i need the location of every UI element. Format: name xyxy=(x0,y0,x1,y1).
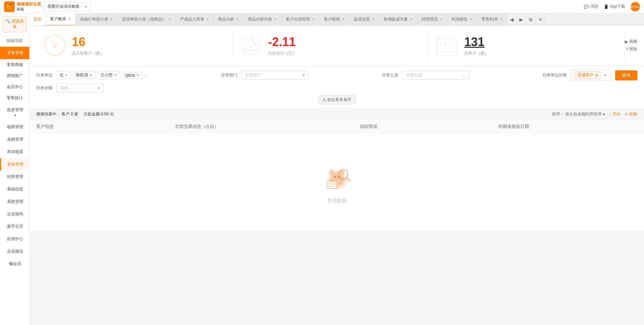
tab-customer-tier[interactable]: 客户分层经营 ✕ xyxy=(282,13,320,26)
sidebar-item-app-center[interactable]: 应用中心 xyxy=(0,233,29,245)
tab-label: 利润报告 xyxy=(452,16,468,22)
col-header-label: 欠款交易信息（占比） xyxy=(175,124,219,129)
sidebar-item-vip[interactable]: 畅会员 xyxy=(0,258,29,270)
sidebar-item-retail-mall[interactable]: 零售商城 xyxy=(0,59,29,70)
tag-remove-chen[interactable]: ✕ xyxy=(89,73,92,77)
filter-tag-chen: 陈民强 ✕ xyxy=(73,71,95,79)
svg-line-17 xyxy=(346,178,350,181)
tab-retail-profit[interactable]: 零售利润 ✕ xyxy=(477,13,507,26)
sidebar-item-inventory[interactable]: 库存核算 xyxy=(0,146,29,158)
tag-remove-category[interactable]: ✕ xyxy=(595,73,598,78)
tab-nav-next[interactable]: ▶ xyxy=(517,13,526,26)
tab-purchase-stats-by-product[interactable]: 进货单统计表（按商品） ✕ xyxy=(118,13,176,26)
tab-close-icon[interactable]: ✕ xyxy=(341,17,345,21)
help-button[interactable]: ? 帮助 xyxy=(626,46,637,52)
sort-value: 按欠款金额到序排序 xyxy=(565,111,602,117)
filter-area: 往来单位 伍 ✕ 陈民强 ✕ 王小亮 xyxy=(30,66,644,109)
sidebar-item-batch-mgmt[interactable]: 批发管理 ▾ xyxy=(0,104,29,121)
sidebar-item-basic-info[interactable]: 基础信息 xyxy=(0,183,29,195)
tab-close-icon[interactable]: ✕ xyxy=(206,17,210,21)
sidebar-item-label: 零售商城 xyxy=(7,62,23,67)
tab-finished-goods[interactable]: 产成品入库单 ✕ xyxy=(176,13,214,26)
refresh-button[interactable]: ↻ 刷新 xyxy=(625,111,637,117)
logo-main-text: 畅捷通好生意 xyxy=(17,2,41,7)
tab-close-icon[interactable]: ✕ xyxy=(469,17,473,21)
tab-customer-ledger[interactable]: 客户账本 ✕ xyxy=(46,13,76,26)
tab-commission-settings[interactable]: 提成设置 ✕ xyxy=(350,13,380,26)
store-selector[interactable]: 母婴行业演示账套 ▾ xyxy=(44,2,91,11)
svg-text:¥: ¥ xyxy=(52,40,57,51)
tab-close-icon[interactable]: ✕ xyxy=(371,17,375,21)
sidebar-item-member[interactable]: 会员中心 xyxy=(0,81,29,93)
stat-label-total-clients: 总客户（家） xyxy=(464,50,488,56)
search-menu-button[interactable]: 🔍 搜索菜单 xyxy=(3,16,27,32)
sidebar-item-enterprise[interactable]: 企业协同 xyxy=(0,208,29,220)
empty-icon xyxy=(320,160,354,194)
sidebar-item-marketing[interactable]: 营销推广 xyxy=(0,70,29,81)
balance-filter-input[interactable]: 选择... ▾ xyxy=(56,83,103,93)
dept-placeholder: 分管部门 xyxy=(245,72,301,78)
unit-filter-more[interactable]: ... xyxy=(144,73,148,78)
tab-close-icon[interactable]: ✕ xyxy=(311,17,315,21)
results-info: 搜索结果中， 客户 0 家 欠款金额 0.00 元 xyxy=(36,111,114,117)
stat-label-customers: 总欠款客户（家） xyxy=(72,50,104,56)
tab-purchase-order-stats[interactable]: 采购订单统计表 ✕ xyxy=(76,13,118,26)
unit-category-filter-select[interactable]: 普通客户 ✕ ▾ xyxy=(571,70,611,81)
sidebar-item-label: 新手引导 xyxy=(2,224,28,229)
sidebar-item-sys-mgmt[interactable]: 系统管理 xyxy=(0,195,29,208)
query-button[interactable]: 查询 xyxy=(615,70,637,80)
svg-point-12 xyxy=(329,170,335,176)
avatar[interactable]: demo2 xyxy=(631,2,640,11)
sidebar-item-retail-stats[interactable]: 零售统计 xyxy=(0,93,29,104)
col-header-customer-info: 客户信息 xyxy=(36,123,175,130)
sidebar-item-finance[interactable]: 资金管理 xyxy=(0,158,29,171)
tab-product-analysis-list[interactable]: 商品分析列表 ✕ xyxy=(244,13,282,26)
tab-close-icon[interactable]: ✕ xyxy=(409,17,413,21)
export-button[interactable]: ↑ 导出 xyxy=(609,111,620,117)
tab-close-icon[interactable]: ✕ xyxy=(499,17,503,21)
tab-expand-button[interactable]: ⊞ xyxy=(526,13,536,26)
tab-customer-contact[interactable]: 客户联络 ✕ xyxy=(320,13,350,26)
dept-filter-select[interactable]: 分管部门 ▾ xyxy=(241,71,308,80)
tab-close-all-button[interactable]: ✕ xyxy=(536,13,546,26)
stat-info-total-clients: 131 总客户（家） xyxy=(464,35,488,56)
tab-operations[interactable]: 经营情况 ✕ xyxy=(418,13,447,26)
search-menu-label: 搜索菜单 xyxy=(12,19,24,29)
video-help-button[interactable]: ▶ 视频 xyxy=(625,39,637,44)
app-download-button[interactable]: 📱 App下载 xyxy=(604,4,625,9)
tab-home[interactable]: 首页 xyxy=(30,13,46,26)
tab-profit-report[interactable]: 利润报告 ✕ xyxy=(447,13,477,26)
tab-close-icon[interactable]: ✕ xyxy=(68,17,72,21)
tab-close-icon[interactable]: ✕ xyxy=(110,17,114,21)
col-header-label: 到期未收款日期 xyxy=(499,124,529,129)
collapse-button[interactable]: ⋀ 收起更多条件 xyxy=(318,95,356,104)
help-label: 帮助 xyxy=(629,46,637,52)
sort-select[interactable]: 排序： 按欠款金额到序排序 ▾ xyxy=(552,111,605,117)
tab-product-analysis[interactable]: 商品分析 ✕ xyxy=(214,13,244,26)
sidebar-item-operations[interactable]: 经营管理 xyxy=(0,171,29,183)
sidebar-item-purchase[interactable]: 采购管理 xyxy=(0,133,29,146)
message-button[interactable]: 💬 消息 xyxy=(584,4,598,9)
sidebar-item-label: 经营管理 xyxy=(2,174,28,180)
tab-label: 客户账本 xyxy=(50,16,66,22)
tag-remove-wu[interactable]: ✕ xyxy=(65,73,68,77)
tag-remove-cjttcw[interactable]: ✕ xyxy=(136,73,139,77)
sidebar-item-label: 基础信息 xyxy=(2,186,28,192)
top-bar: 🍊 畅捷通好生意 标版 母婴行业演示账套 ▾ 💬 消息 📱 App下载 d xyxy=(0,0,644,13)
quick-nav-label: 快捷导航 xyxy=(1,38,28,44)
sidebar-item-retail-mgmt[interactable]: 零售管理 xyxy=(0,47,29,59)
content-area: 首页 客户账本 ✕ 采购订单统计表 ✕ 进货单统计表（按商品） ✕ 产成品入库单… xyxy=(30,13,644,325)
quick-nav-button[interactable]: 快捷导航 xyxy=(0,35,29,47)
tab-nav-prev[interactable]: ◀ xyxy=(507,13,517,26)
sidebar-item-label: 零售管理 xyxy=(2,50,28,56)
tab-close-icon[interactable]: ✕ xyxy=(439,17,443,21)
tab-close-icon[interactable]: ✕ xyxy=(273,17,277,21)
sidebar-item-ecommerce[interactable]: 电商管理 xyxy=(0,121,29,133)
tab-close-icon[interactable]: ✕ xyxy=(235,17,240,21)
tag-remove-wang[interactable]: ✕ xyxy=(114,73,117,77)
tab-close-icon[interactable]: ✕ xyxy=(168,17,172,21)
sidebar-item-new-guide[interactable]: 新手引导 xyxy=(0,220,29,233)
sidebar-item-enterprise-wechat[interactable]: 企业微信 xyxy=(0,245,29,258)
person-filter-select[interactable]: 分管人员 ... xyxy=(402,71,469,80)
tab-new-commission-plan[interactable]: 新增提成方案 ✕ xyxy=(380,13,418,26)
